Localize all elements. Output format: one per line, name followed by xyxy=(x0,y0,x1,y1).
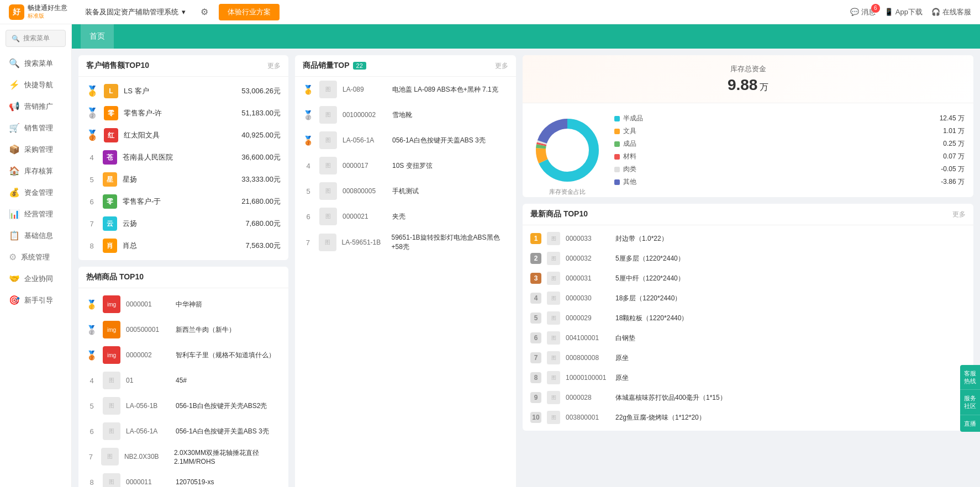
hot-product-item: 🥈img000500001新西兰牛肉（新牛） xyxy=(78,317,288,342)
product-rank-middle-list: 🥇图LA-089电池盖 LA-089 ABS本色+黑种 7.1克🥈图001000… xyxy=(295,77,516,256)
mid-product-thumb: 图 xyxy=(319,131,337,149)
sidebar-item-basic[interactable]: 📋基础信息 xyxy=(0,225,71,246)
sidebar-item-enterprise[interactable]: 🤝企业协同 xyxy=(0,268,71,289)
latest-code: 003800001 xyxy=(566,414,610,421)
rank-medal: 🥇 xyxy=(86,85,98,97)
legend-val: 1.01 万 xyxy=(931,126,965,136)
rank-medal: 🥈 xyxy=(86,107,98,119)
app-download-button[interactable]: 📱 App下载 xyxy=(884,7,923,17)
legend-name: 肉类 xyxy=(623,165,928,174)
product-middle-item: 4图000001710S 变扭罗弦 xyxy=(295,153,516,178)
mid-rank-number: 6 xyxy=(303,213,314,221)
product-thumbnail: 图 xyxy=(103,422,120,440)
product-sales-badge: 22 xyxy=(353,62,366,70)
mid-product-code: LA-089 xyxy=(343,86,387,93)
rank-amount: 53,006.26元 xyxy=(241,86,281,96)
sidebar-label-operation: 经营管理 xyxy=(24,209,53,219)
sidebar-label-inventory: 库存核算 xyxy=(24,166,53,176)
product-thumbnail: img xyxy=(103,321,120,338)
sidebar-search-button[interactable]: 🔍 搜索菜单 xyxy=(6,30,66,47)
legend-item: 半成品12.45 万 xyxy=(614,112,965,125)
latest-products-more[interactable]: 更多 xyxy=(952,210,966,219)
inventory-summary: 库存总资金 9.88 万 xyxy=(523,55,973,103)
product-rank-medal: 🥇 xyxy=(86,299,97,310)
mid-product-thumb: 图 xyxy=(319,208,337,225)
sidebar-icon-finance: 💰 xyxy=(9,187,20,198)
legend-item: 材料0.07 万 xyxy=(614,150,965,163)
sidebar-icon-marketing: 📢 xyxy=(9,101,20,112)
sidebar-item-purchase[interactable]: 📦采购管理 xyxy=(0,139,71,160)
latest-item: 8图10000100001原坐 xyxy=(523,368,973,388)
sidebar-label-guide: 新手引导 xyxy=(24,295,53,305)
product-thumbnail: 图 xyxy=(103,473,120,487)
sidebar-item-operation[interactable]: 📊经营管理 xyxy=(0,203,71,225)
rank-amount: 36,600.00元 xyxy=(241,152,281,162)
trial-button[interactable]: 体验行业方案 xyxy=(219,4,280,20)
product-code: NB2.0X30B xyxy=(124,453,168,460)
product-name: 2.0X30MM双捶花轴捶花直径2.1MM/ROHS xyxy=(174,448,281,465)
mid-product-thumb: 图 xyxy=(319,106,337,124)
hot-product-item: 5图LA-056-1B056-1B白色按键开关壳ABS2壳 xyxy=(78,393,288,419)
sidebar-item-inventory[interactable]: 🏠库存核算 xyxy=(0,160,71,182)
mid-product-thumb: 图 xyxy=(319,81,337,98)
message-button[interactable]: 💬 消息 6 xyxy=(850,7,876,17)
latest-rank: 5 xyxy=(530,313,541,324)
latest-thumb: 图 xyxy=(547,272,560,285)
sidebar-label-marketing: 营销推广 xyxy=(24,102,53,112)
rank-number: 5 xyxy=(86,176,97,184)
online-service-button[interactable]: 🎧 在线客服 xyxy=(931,7,971,17)
legend-dot xyxy=(614,129,620,134)
system-selector[interactable]: 装备及固定资产辅助管理系统 ▾ xyxy=(81,5,190,19)
sidebar-item-quick[interactable]: ⚡快捷导航 xyxy=(0,74,71,96)
top-nav: 首页 xyxy=(72,24,980,49)
latest-item: 6图004100001白钢垫 xyxy=(523,328,973,348)
settings-icon[interactable]: ⚙ xyxy=(197,4,212,20)
rank-badge: 云 xyxy=(103,216,117,231)
legend-val: -3.86 万 xyxy=(931,177,965,187)
headset-icon: 🎧 xyxy=(931,8,940,16)
float-hotline[interactable]: 客服热线 xyxy=(960,365,980,390)
main-wrapper: 首页 客户销售额TOP10 更多 🥇LLS 客户53,006.26元🥈零零售客户… xyxy=(72,24,980,487)
hot-product-item: 6图LA-056-1A056-1A白色按键开关盖ABS 3壳 xyxy=(78,419,288,444)
latest-rank: 9 xyxy=(530,392,541,403)
product-sales-more[interactable]: 更多 xyxy=(495,61,508,71)
product-name: 12070519-xs xyxy=(176,478,214,486)
mid-rank-medal: 🥈 xyxy=(303,110,314,120)
sidebar-item-finance[interactable]: 💰资金管理 xyxy=(0,182,71,203)
hot-products-header: 热销商品 TOP10 xyxy=(78,267,288,288)
sidebar-nav: 🔍搜索菜单⚡快捷导航📢营销推广🛒销售管理📦采购管理🏠库存核算💰资金管理📊经营管理… xyxy=(0,52,71,311)
sidebar-item-marketing[interactable]: 📢营销推广 xyxy=(0,96,71,117)
legend-name: 半成品 xyxy=(623,114,928,123)
latest-item: 5图000002918颗粒板（1220*2440） xyxy=(523,308,973,328)
message-badge: 6 xyxy=(871,4,880,13)
mid-rank-number: 7 xyxy=(303,239,313,247)
latest-rank: 7 xyxy=(530,352,541,363)
sidebar-item-search[interactable]: 🔍搜索菜单 xyxy=(0,52,71,74)
latest-name: 18颗粒板（1220*2440） xyxy=(615,314,688,323)
latest-rank: 4 xyxy=(530,293,541,304)
latest-thumb: 图 xyxy=(547,391,560,404)
float-live[interactable]: 直播 xyxy=(960,415,980,432)
rank-amount: 21,680.00元 xyxy=(241,197,281,207)
nav-item-home[interactable]: 首页 xyxy=(81,24,114,49)
customer-rank-more[interactable]: 更多 xyxy=(267,61,281,71)
hot-products-title: 热销商品 TOP10 xyxy=(86,272,144,282)
customer-rank-title: 客户销售额TOP10 xyxy=(86,61,149,71)
rank-item: 🥉红红太阳文具40,925.00元 xyxy=(78,124,288,146)
latest-rank: 1 xyxy=(530,233,541,244)
inventory-legend: 半成品12.45 万文具1.01 万成品0.25 万材料0.07 万肉类-0.0… xyxy=(614,112,965,188)
legend-name: 成品 xyxy=(623,139,928,149)
sidebar-item-guide[interactable]: 🎯新手引导 xyxy=(0,289,71,311)
legend-dot xyxy=(614,141,620,147)
sidebar-search-area: 🔍 搜索菜单 xyxy=(0,24,71,52)
float-community[interactable]: 服务社区 xyxy=(960,390,980,415)
rank-name: 星扬 xyxy=(123,174,236,184)
sidebar-icon-system: ⚙ xyxy=(9,252,17,262)
rank-item: 8肖肖总7,563.00元 xyxy=(78,235,288,257)
mid-rank-number: 5 xyxy=(303,187,314,195)
product-sales-rank-card: 商品销量TOP 22 更多 🥇图LA-089电池盖 LA-089 ABS本色+黑… xyxy=(295,55,516,487)
rank-badge: L xyxy=(104,84,118,98)
latest-code: 0000032 xyxy=(566,255,610,262)
sidebar-item-system[interactable]: ⚙系统管理 xyxy=(0,246,71,268)
sidebar-item-sales[interactable]: 🛒销售管理 xyxy=(0,117,71,139)
